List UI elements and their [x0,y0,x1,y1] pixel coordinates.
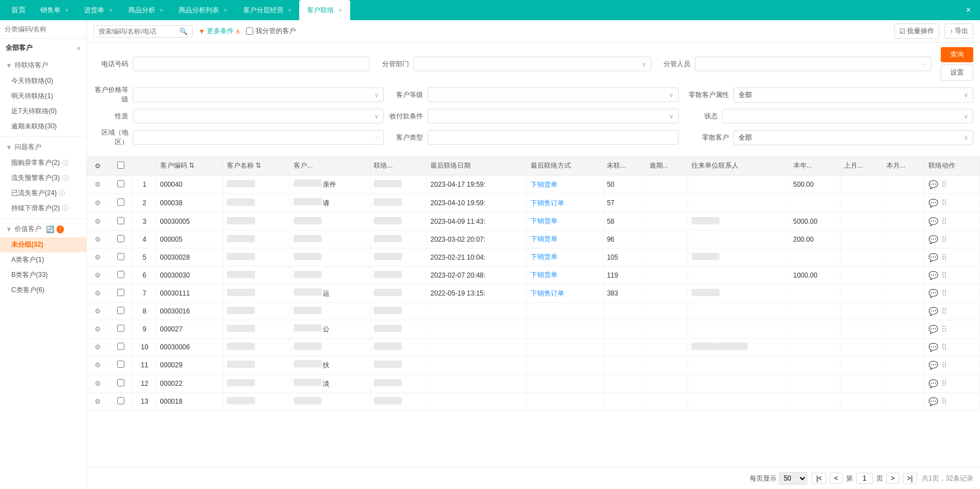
last-method-link[interactable]: 下销货单 [531,271,558,279]
grid-icon[interactable]: ⠿ [941,180,947,189]
sidebar-item-class-c[interactable]: C类客户(6) [0,283,86,298]
sidebar-item-tomorrow[interactable]: 明天待联络(1) [0,89,86,104]
row-checkbox[interactable] [117,397,124,404]
nav-tab-purchase[interactable]: 进货单 × [76,0,120,20]
sidebar-item-abnormal[interactable]: 囤购异常客户(2) ⓘ [0,155,86,170]
chat-icon[interactable]: 💬 [928,307,938,316]
last-method-link[interactable]: 下销售订单 [531,199,564,207]
chat-icon[interactable]: 💬 [928,289,938,298]
grid-icon[interactable]: ⠿ [941,307,947,316]
grid-icon[interactable]: ⠿ [941,217,947,226]
cell-checkbox[interactable] [109,213,133,230]
close-icon[interactable]: × [109,0,112,20]
chat-icon[interactable]: 💬 [928,235,938,244]
col-not-contacted[interactable]: 未联... [603,156,645,176]
close-icon[interactable]: × [338,0,342,20]
search-input[interactable] [99,27,177,35]
group-pending-contact[interactable]: ▼ 待联络客户 [0,57,86,73]
retail-customer-select[interactable]: 全部 ∨ [733,130,973,145]
grid-icon[interactable]: ⠿ [941,253,947,262]
payment-select[interactable]: ∨ [428,109,679,123]
grid-icon[interactable]: ⠿ [941,289,947,298]
prev-page-btn[interactable]: < [830,473,843,484]
my-customer-checkbox-label[interactable]: 我分管的客户 [246,26,296,36]
nav-tab-analysis[interactable]: 商品分析 × [120,0,171,20]
chat-icon[interactable]: 💬 [928,271,938,280]
cell-checkbox[interactable] [109,284,133,303]
cell-checkbox[interactable] [109,339,133,356]
row-checkbox[interactable] [117,343,124,350]
col-last-method[interactable]: 最后联络方式 [527,156,603,176]
settings-col-header[interactable]: ⚙ [87,156,109,176]
area-input[interactable]: ··· [133,130,384,145]
checkbox-col-header[interactable] [109,156,133,176]
row-checkbox[interactable] [117,325,124,332]
sidebar-item-7days[interactable]: 近7天待联络(0) [0,104,86,119]
row-checkbox[interactable] [117,235,124,242]
first-page-btn[interactable]: |< [812,473,826,484]
chat-icon[interactable]: 💬 [928,199,938,207]
last-page-btn[interactable]: >| [903,473,917,484]
last-method-link[interactable]: 下销售订单 [531,289,564,297]
close-icon[interactable]: × [65,0,68,20]
sidebar-item-overdue[interactable]: 逾期未联络(30) [0,119,86,134]
chat-icon[interactable]: 💬 [928,180,938,189]
sidebar-item-class-a[interactable]: A类客户(1) [0,252,86,267]
nav-tab-customer-mgmt[interactable]: 客户分层经营 × [235,0,299,20]
row-checkbox[interactable] [117,379,124,386]
sidebar-search-input[interactable] [4,25,87,33]
my-customer-checkbox[interactable] [246,27,253,35]
grid-icon[interactable]: ⠿ [941,325,947,334]
nature-select[interactable]: ∨ [133,109,384,123]
cell-checkbox[interactable] [109,266,133,284]
group-problem-customers[interactable]: ▼ 问题客户 [0,139,86,155]
group-value-customers[interactable]: ▼ 价值客户 🔄 ! [0,221,86,237]
col-customer[interactable]: 客户... [290,156,370,176]
grid-icon[interactable]: ⠿ [941,199,947,207]
next-page-btn[interactable]: > [886,473,899,484]
nav-tab-sales[interactable]: 销售单 × [32,0,76,20]
all-customers-header[interactable]: 全部客户 « [0,39,86,57]
col-overdue[interactable]: 逾期... [645,156,688,176]
sidebar-item-class-b[interactable]: B类客户(33) [0,267,86,283]
person-input[interactable]: ··· [695,57,932,71]
grid-icon[interactable]: ⠿ [941,397,947,406]
customer-type-select[interactable]: ∨ [428,130,679,145]
nav-home[interactable]: 首页 [4,5,32,15]
row-checkbox[interactable] [117,199,124,206]
cell-checkbox[interactable] [109,320,133,339]
cell-checkbox[interactable] [109,194,133,213]
grid-icon[interactable]: ⠿ [941,361,947,370]
grid-icon[interactable]: ⠿ [941,271,947,280]
customer-level-select[interactable]: ∨ [428,87,679,102]
chat-icon[interactable]: 💬 [928,253,938,262]
last-method-link[interactable]: 下销货单 [531,181,558,188]
phone-input[interactable] [133,57,370,71]
retail-attr-select[interactable]: 全部 ∨ [733,87,973,103]
close-icon[interactable]: × [160,0,163,20]
cell-checkbox[interactable] [109,303,133,320]
sidebar-item-warning[interactable]: 流失预警客户(3) ⓘ [0,170,86,186]
chat-icon[interactable]: 💬 [928,217,938,226]
chat-icon[interactable]: 💬 [928,379,938,388]
page-size-select[interactable]: 50 20 100 [779,472,807,485]
query-button[interactable]: 查询 [941,47,973,62]
nav-tab-customer-contact[interactable]: 客户联络 × [299,0,350,20]
chat-icon[interactable]: 💬 [928,343,938,352]
row-checkbox[interactable] [117,307,124,314]
col-last-month[interactable]: 上月... [840,156,883,176]
row-checkbox[interactable] [117,180,124,187]
price-level-select[interactable]: ∨ [133,87,384,102]
status-select[interactable]: ∨ [722,109,973,123]
row-checkbox[interactable] [117,289,124,296]
col-code[interactable]: 客户编码 ⇅ [156,156,223,176]
cell-checkbox[interactable] [109,356,133,375]
row-checkbox[interactable] [117,217,124,224]
sidebar-item-declining[interactable]: 持续下滑客户(2) ⓘ [0,201,86,216]
cell-checkbox[interactable] [109,248,133,266]
col-name[interactable]: 客户名称 ⇅ [223,156,290,176]
select-all-checkbox[interactable] [117,162,124,169]
sidebar-item-unclassified[interactable]: 未分组(32) [0,237,86,252]
close-icon[interactable]: × [288,0,291,20]
close-icon[interactable]: × [224,0,227,20]
